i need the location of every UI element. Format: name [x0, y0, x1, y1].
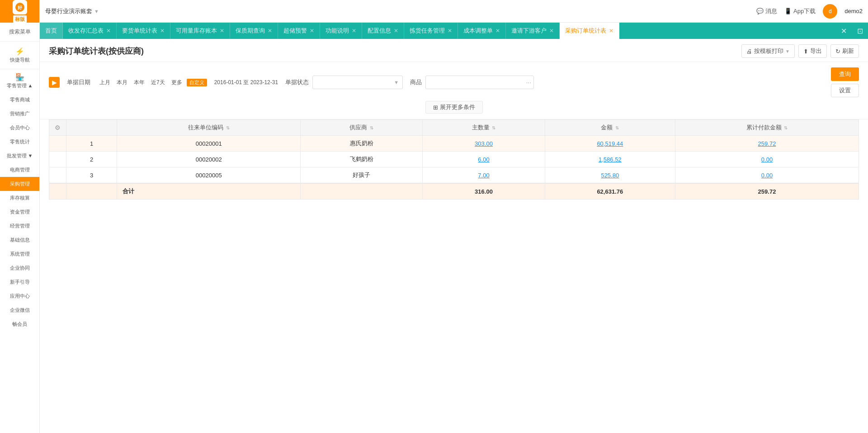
col-main-qty-header: 主数量 ⇅ [423, 120, 545, 136]
date-custom-tag[interactable]: 自定义 [187, 79, 207, 86]
row-amount-cell[interactable]: 525.80 [545, 167, 675, 184]
tab-cost-adjust[interactable]: 成本调整单 ✕ [458, 23, 506, 39]
status-label: 单据状态 [285, 78, 309, 86]
tab-invite-downstream-close-icon[interactable]: ✕ [549, 28, 554, 34]
tab-purchase-stats-close-icon[interactable]: ✕ [609, 28, 613, 34]
unit-code-sort-icon[interactable]: ⇅ [226, 125, 230, 130]
sidebar-item-quick-nav[interactable]: ⚡ 快捷导航 [0, 43, 39, 67]
sidebar-item-sys-mgmt[interactable]: 系统管理 [0, 247, 39, 261]
quick-nav-icon: ⚡ [15, 47, 24, 56]
sidebar-item-marketing[interactable]: 营销推广 [0, 107, 39, 121]
tab-available-inventory[interactable]: 可用量库存账本 ✕ [170, 23, 230, 39]
date-option-this-year[interactable]: 本年 [132, 78, 146, 87]
tab-goods-stats-close-icon[interactable]: ✕ [160, 28, 165, 34]
row-unit-code-cell: 00020002 [117, 152, 301, 167]
sidebar-item-finance[interactable]: 资金管理 [0, 205, 39, 219]
query-btn[interactable]: 查询 [831, 67, 859, 81]
cumulative-sort-icon[interactable]: ⇅ [784, 125, 788, 130]
tab-overstock-warning[interactable]: 超储预警 ✕ [278, 23, 320, 39]
tab-goods-stats[interactable]: 要货单统计表 ✕ [117, 23, 170, 39]
date-options: 上月 本月 本年 近7天 更多 自定义 [98, 78, 207, 87]
col-cumulative-payment-header: 累计付款金额 ⇅ [675, 120, 859, 136]
sidebar-item-vip-member[interactable]: 畅会员 [0, 317, 39, 331]
tab-invite-downstream[interactable]: 邀请下游客户 ✕ [506, 23, 560, 39]
export-icon: ⬆ [803, 48, 808, 55]
filter-actions-right: 查询 设置 [831, 67, 859, 97]
sidebar-item-retail-stats[interactable]: 零售统计 [0, 135, 39, 149]
tab-pick-task-close-icon[interactable]: ✕ [448, 28, 452, 34]
row-index-cell: 3 [66, 167, 117, 184]
goods-input-dots-icon[interactable]: ··· [526, 79, 531, 86]
sidebar-item-inventory[interactable]: 库存核算 [0, 191, 39, 205]
row-main-qty-cell[interactable]: 303.00 [423, 136, 545, 152]
row-cumulative-cell[interactable]: 259.72 [675, 136, 859, 152]
topbar-left: 母婴行业演示账套 ▼ [45, 7, 99, 15]
filter-settings-btn[interactable]: 设置 [831, 84, 859, 97]
company-selector[interactable]: 母婴行业演示账套 ▼ [45, 7, 99, 15]
message-btn[interactable]: 💬 消息 [756, 7, 777, 15]
tab-collect-summary-close-icon[interactable]: ✕ [106, 28, 111, 34]
goods-input-wrapper: ··· [425, 76, 534, 89]
tab-overstock-warning-close-icon[interactable]: ✕ [310, 28, 314, 34]
expand-more-btn[interactable]: ⊞ 展开更多条件 [425, 101, 483, 114]
tab-func-desc-close-icon[interactable]: ✕ [352, 28, 356, 34]
row-cumulative-cell[interactable]: 0.00 [675, 167, 859, 184]
row-amount-cell[interactable]: 60,519.44 [545, 136, 675, 152]
date-option-7days[interactable]: 近7天 [149, 78, 167, 87]
tab-config-info[interactable]: 配置信息 ✕ [362, 23, 404, 39]
sidebar-item-purchase-mgmt[interactable]: 采购管理 [0, 177, 39, 191]
tab-cost-adjust-close-icon[interactable]: ✕ [495, 28, 500, 34]
search-menu-btn[interactable]: 搜索菜单 [0, 26, 39, 38]
sidebar-item-ecommerce[interactable]: 电商管理 [0, 163, 39, 177]
tab-pick-task[interactable]: 拣货任务管理 ✕ [404, 23, 458, 39]
sidebar-item-retail-mgmt[interactable]: 🏪 零售管理 ▲ [0, 69, 39, 93]
row-main-qty-cell[interactable]: 6.00 [423, 152, 545, 167]
tab-home[interactable]: 首页 [40, 23, 63, 39]
date-option-this-month[interactable]: 本月 [115, 78, 129, 87]
sidebar-item-basic-info[interactable]: 基础信息 [0, 233, 39, 247]
tab-expiry-query[interactable]: 保质期查询 ✕ [230, 23, 278, 39]
main-qty-sort-icon[interactable]: ⇅ [492, 125, 495, 130]
app-download-btn[interactable]: 📱 App下载 [784, 7, 816, 15]
row-cumulative-cell[interactable]: 0.00 [675, 152, 859, 167]
row-supplier-cell: 飞鹤奶粉 [301, 152, 423, 167]
amount-sort-icon[interactable]: ⇅ [615, 125, 619, 130]
date-option-last-month[interactable]: 上月 [98, 78, 112, 87]
status-select[interactable]: ▼ [312, 76, 403, 89]
row-main-qty-cell[interactable]: 7.00 [423, 167, 545, 184]
sidebar-item-operations[interactable]: 经营管理 [0, 219, 39, 233]
goods-input[interactable] [425, 76, 534, 89]
sidebar-item-enterprise[interactable]: 企业协同 [0, 261, 39, 275]
tab-collect-summary[interactable]: 收发存汇总表 ✕ [63, 23, 117, 39]
sidebar-item-app-center[interactable]: 应用中心 [0, 289, 39, 303]
filter-toggle-btn[interactable]: ▶ [49, 77, 60, 88]
tab-available-inventory-close-icon[interactable]: ✕ [220, 28, 224, 34]
data-table: ⚙ 往来单位编码 ⇅ 供应商 ⇅ [49, 119, 859, 200]
row-settings-cell [49, 167, 66, 184]
close-tab-btn[interactable]: ✕ [835, 23, 852, 39]
sidebar-item-new-guide[interactable]: 新手引导 [0, 275, 39, 289]
tab-purchase-stats[interactable]: 采购订单统计表 ✕ [560, 23, 619, 39]
date-option-more[interactable]: 更多 [170, 78, 184, 87]
username-label[interactable]: demo2 [844, 8, 863, 14]
tab-expiry-query-close-icon[interactable]: ✕ [268, 28, 272, 34]
supplier-sort-icon[interactable]: ⇅ [370, 125, 373, 130]
sidebar-item-batch-mgmt[interactable]: 批发管理 ▼ [0, 149, 39, 163]
table-footer: 合计 316.00 62,631.76 259.72 [49, 183, 859, 200]
row-amount-cell[interactable]: 1,586.52 [545, 152, 675, 167]
sidebar-item-enterprise-wechat[interactable]: 企业微信 [0, 303, 39, 317]
col-unit-code-header: 往来单位编码 ⇅ [117, 120, 301, 136]
footer-label-cell: 合计 [117, 183, 301, 200]
footer-cumulative-cell: 259.72 [675, 183, 859, 200]
tab-config-info-close-icon[interactable]: ✕ [394, 28, 398, 34]
tab-func-desc[interactable]: 功能说明 ✕ [320, 23, 362, 39]
refresh-btn[interactable]: ↻ 刷新 [830, 44, 859, 58]
user-avatar[interactable]: d [823, 4, 837, 19]
export-btn[interactable]: ⬆ 导出 [798, 44, 827, 58]
sidebar-item-member-center[interactable]: 会员中心 [0, 121, 39, 135]
template-print-btn[interactable]: 🖨 按模板打印 ▼ [741, 44, 795, 58]
expand-tabs-btn[interactable]: ⊡ [852, 23, 868, 39]
sidebar-item-retail-shop[interactable]: 零售商城 [0, 93, 39, 107]
table-head: ⚙ 往来单位编码 ⇅ 供应商 ⇅ [49, 120, 859, 136]
column-settings-icon[interactable]: ⚙ [55, 124, 61, 131]
